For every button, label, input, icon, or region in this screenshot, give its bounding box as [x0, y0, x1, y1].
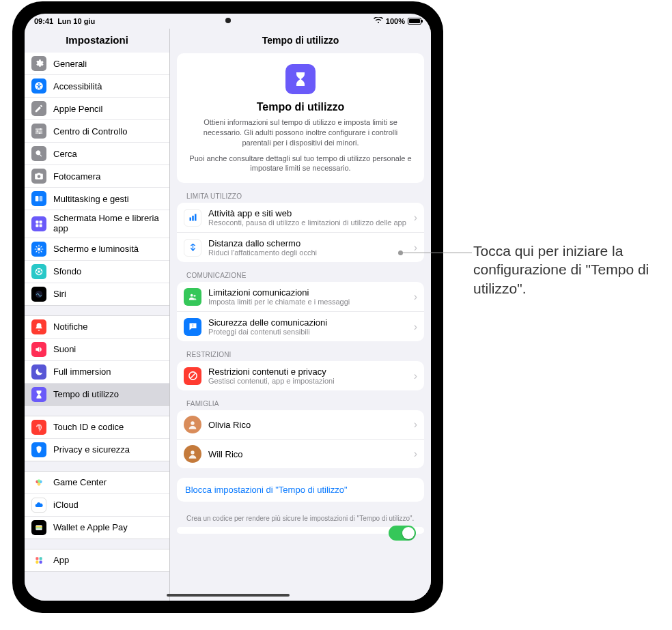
chevron-right-icon: › — [414, 321, 417, 333]
accessibility-icon — [31, 78, 46, 94]
svg-point-26 — [41, 270, 42, 271]
row-olivia-rico[interactable]: Olivia Rico› — [177, 410, 424, 440]
svg-point-45 — [190, 294, 193, 297]
section-header: FAMIGLIA — [177, 400, 424, 410]
sidebar-item-label: Multitasking e gesti — [53, 194, 129, 204]
svg-point-28 — [36, 272, 38, 274]
sliders-icon — [31, 124, 46, 139]
sidebar-item-label: Centro di Controllo — [53, 126, 127, 137]
chart-icon — [184, 209, 201, 227]
svg-rect-10 — [36, 220, 38, 223]
battery-icon — [408, 18, 421, 25]
toggle-switch[interactable] — [389, 526, 416, 541]
sidebar-item-centro-di-controllo[interactable]: Centro di Controllo — [25, 120, 169, 143]
sidebar-item-full-immersion[interactable]: Full immersion — [25, 361, 169, 384]
row-attivit-app-e-siti-web[interactable]: Attività app e siti webResoconti, pausa … — [177, 203, 424, 233]
lock-card[interactable]: Blocca impostazioni di "Tempo di utilizz… — [177, 478, 424, 502]
section-header: COMUNICAZIONE — [177, 272, 424, 282]
chevron-right-icon: › — [414, 212, 417, 224]
next-setting-peek — [177, 527, 424, 534]
sidebar-item-label: Notifiche — [53, 321, 88, 332]
sidebar-item-accessibilit-[interactable]: Accessibilità — [25, 75, 169, 98]
sidebar-item-siri[interactable]: Siri — [25, 283, 169, 305]
svg-point-50 — [191, 422, 194, 425]
sidebar-item-generali[interactable]: Generali — [25, 53, 169, 75]
sidebar-item-label: Suoni — [53, 344, 76, 354]
row-will-rico[interactable]: Will Rico› — [177, 440, 424, 468]
svg-point-30 — [36, 291, 43, 298]
sidebar-item-apple-pencil[interactable]: Apple Pencil — [25, 98, 169, 120]
svg-point-29 — [36, 270, 38, 271]
row-subtitle: Proteggi dai contenuti sensibili — [208, 328, 407, 336]
svg-rect-37 — [36, 528, 42, 528]
svg-rect-39 — [40, 557, 42, 560]
sidebar-item-label: Schermata Home e libreria app — [53, 214, 163, 234]
sidebar-item-label: Siri — [53, 289, 66, 299]
sidebar-item-game-center[interactable]: Game Center — [25, 472, 169, 494]
status-date: Lun 10 giu — [57, 17, 95, 25]
sidebar-item-label: Schermo e luminosità — [53, 244, 139, 254]
bell-icon — [31, 319, 46, 334]
svg-point-6 — [37, 130, 38, 132]
svg-point-1 — [38, 83, 40, 85]
svg-rect-9 — [40, 196, 43, 201]
front-camera — [225, 18, 231, 23]
section-card: Limitazioni comunicazioniImposta limiti … — [177, 282, 424, 341]
sidebar-item-wallet-e-apple-pay[interactable]: Wallet e Apple Pay — [25, 517, 169, 539]
row-distanza-dallo-schermo[interactable]: Distanza dallo schermoRiduci l'affaticam… — [177, 233, 424, 262]
chevron-right-icon: › — [414, 418, 417, 431]
sidebar-item-label: Full immersion — [53, 367, 111, 377]
sidebar-item-tempo-di-utilizzo[interactable]: Tempo di utilizzo — [25, 384, 169, 405]
sidebar-item-app[interactable]: App — [25, 549, 169, 571]
sidebar-item-schermata-home-e-libreria-app[interactable]: Schermata Home e libreria app — [25, 210, 169, 238]
lock-settings-link[interactable]: Blocca impostazioni di "Tempo di utilizz… — [177, 478, 424, 502]
sidebar-item-suoni[interactable]: Suoni — [25, 339, 169, 361]
svg-point-14 — [38, 248, 41, 251]
sidebar-item-notifiche[interactable]: Notifiche — [25, 316, 169, 339]
brightness-icon — [31, 242, 46, 257]
svg-point-46 — [193, 295, 195, 297]
sidebar-item-multitasking-e-gesti[interactable]: Multitasking e gesti — [25, 188, 169, 210]
svg-line-49 — [190, 373, 195, 379]
homegrid-icon — [31, 216, 46, 231]
status-time: 09:41 — [34, 17, 53, 25]
chevron-right-icon: › — [414, 448, 417, 460]
svg-rect-42 — [189, 218, 191, 221]
section-card: Attività app e siti webResoconti, pausa … — [177, 203, 424, 262]
detail-title: Tempo di utilizzo — [170, 29, 431, 53]
sidebar-item-cerca[interactable]: Cerca — [25, 143, 169, 165]
intro-heading: Tempo di utilizzo — [189, 101, 412, 113]
section-card: Restrizioni contenuti e privacyGestisci … — [177, 361, 424, 390]
sidebar-item-label: Cerca — [53, 149, 77, 159]
distance-icon — [184, 239, 201, 257]
sidebar-item-label: Generali — [53, 59, 87, 69]
svg-rect-12 — [36, 225, 38, 227]
svg-point-34 — [38, 479, 41, 483]
settings-sidebar: Impostazioni GeneraliAccessibilitàApple … — [25, 29, 170, 601]
wallpaper-icon — [31, 264, 46, 279]
svg-rect-41 — [40, 560, 42, 563]
svg-rect-11 — [40, 220, 42, 223]
svg-rect-13 — [40, 225, 42, 227]
row-title: Sicurezza delle comunicazioni — [208, 317, 407, 328]
avatar — [184, 445, 201, 463]
svg-rect-43 — [192, 216, 194, 221]
row-limitazioni-comunicazioni[interactable]: Limitazioni comunicazioniImposta limiti … — [177, 282, 424, 312]
sidebar-item-privacy-e-sicurezza[interactable]: Privacy e sicurezza — [25, 439, 169, 461]
chevron-right-icon: › — [414, 370, 417, 382]
svg-line-20 — [41, 251, 42, 252]
sidebar-item-schermo-e-luminosit-[interactable]: Schermo e luminosità — [25, 238, 169, 261]
hand-icon — [31, 442, 46, 457]
section-header: LIMITA UTILIZZO — [177, 192, 424, 203]
sidebar-item-label: Sfondo — [53, 266, 81, 276]
sidebar-item-fotocamera[interactable]: Fotocamera — [25, 165, 169, 188]
sidebar-item-sfondo[interactable]: Sfondo — [25, 261, 169, 283]
row-restrizioni-contenuti-e-privacy[interactable]: Restrizioni contenuti e privacyGestisci … — [177, 361, 424, 390]
svg-line-19 — [36, 246, 37, 247]
battery-percent: 100% — [386, 17, 405, 25]
apps-icon — [31, 553, 46, 568]
sidebar-item-touch-id-e-codice[interactable]: Touch ID e codice — [25, 416, 169, 439]
row-subtitle: Riduci l'affaticamento degli occhi — [208, 248, 407, 257]
row-sicurezza-delle-comunicazioni[interactable]: !Sicurezza delle comunicazioniProteggi d… — [177, 312, 424, 341]
sidebar-item-icloud[interactable]: iCloud — [25, 494, 169, 517]
